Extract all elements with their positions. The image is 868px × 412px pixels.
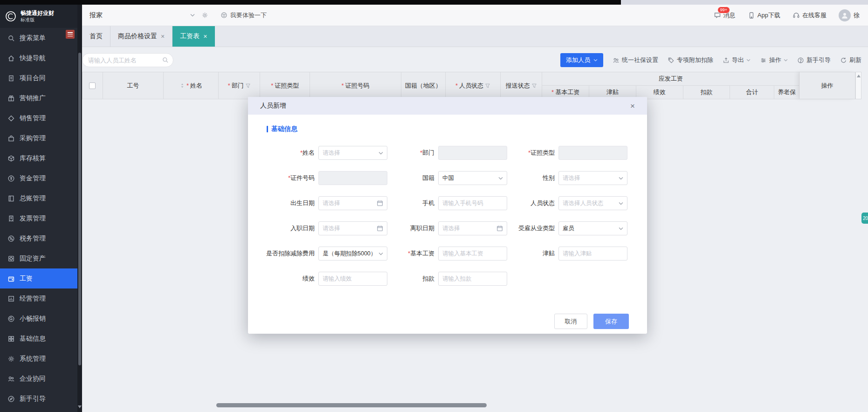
filter-icon[interactable] xyxy=(485,83,490,89)
sidebar-scrollbar[interactable] xyxy=(77,5,82,412)
select-all-cell xyxy=(83,72,103,99)
col-report-status[interactable]: 报送状态 xyxy=(501,72,542,99)
sidebar-item-general-ledger[interactable]: 总账管理 xyxy=(0,188,77,208)
close-icon[interactable]: × xyxy=(630,102,635,110)
experience-label: 我要体验一下 xyxy=(230,11,267,20)
leave-date-picker[interactable]: 请选择 xyxy=(438,221,507,235)
scroll-up-icon[interactable] xyxy=(857,75,861,77)
sidebar-item-fixed-assets[interactable]: 固定资产 xyxy=(0,248,77,268)
sidebar-item-label: 经营管理 xyxy=(20,295,46,303)
col-department[interactable]: * 部门 xyxy=(219,72,260,99)
mobile-field xyxy=(438,196,507,210)
performance-input[interactable] xyxy=(323,275,383,282)
tag-icon xyxy=(668,57,675,64)
table-vertical-scrollbar[interactable] xyxy=(855,72,861,99)
messages-button[interactable]: 消息 99+ xyxy=(714,11,736,20)
close-icon[interactable]: × xyxy=(161,33,165,40)
sidebar-item-basic-info[interactable]: 基础信息 xyxy=(0,329,77,349)
special-deduction-button[interactable]: 专项附加扣除 xyxy=(668,56,713,64)
export-button[interactable]: 导出 xyxy=(723,56,751,64)
select-all-checkbox[interactable] xyxy=(89,82,96,89)
sidebar-item-reimburse[interactable]: 小畅报销 xyxy=(0,309,77,329)
filter-icon[interactable] xyxy=(531,83,537,89)
sort-icon[interactable] xyxy=(179,82,185,89)
field-label: 出生日期 xyxy=(252,199,318,207)
employment-type-select[interactable]: 雇员 xyxy=(558,221,627,235)
edge-badge[interactable]: 20 xyxy=(861,213,868,224)
operations-button[interactable]: 操作 xyxy=(760,56,788,64)
sidebar-scrollbar-thumb[interactable] xyxy=(78,53,81,365)
account-settings-gear-icon[interactable] xyxy=(201,12,208,19)
sidebar-item-funds[interactable]: 资金管理 xyxy=(0,168,77,188)
sidebar-item-marketing[interactable]: 营销推广 xyxy=(0,88,77,108)
refresh-button[interactable]: 刷新 xyxy=(840,56,861,64)
online-service-button[interactable]: 在线客服 xyxy=(792,11,827,20)
guide-button[interactable]: 新手引导 xyxy=(797,56,831,64)
sidebar-item-project-contract[interactable]: 项目合同 xyxy=(0,68,77,88)
name-select[interactable]: 请选择 xyxy=(318,146,387,160)
person-status-select[interactable]: 请选择人员状态 xyxy=(558,196,627,210)
filter-icon[interactable] xyxy=(245,83,251,89)
sidebar-item-operation[interactable]: 经营管理 xyxy=(0,288,77,309)
cancel-button[interactable]: 取消 xyxy=(554,314,587,329)
g-circle-icon xyxy=(7,315,15,323)
sidebar-item-inventory[interactable]: 库存核算 xyxy=(0,148,77,168)
mobile-input[interactable] xyxy=(442,200,503,206)
sidebar-item-label: 快捷导航 xyxy=(20,54,46,62)
tab-home[interactable]: 首页 xyxy=(82,26,110,47)
close-icon[interactable]: × xyxy=(203,33,207,40)
col-deduction[interactable]: 扣款 xyxy=(683,86,730,99)
allowance-input[interactable] xyxy=(563,250,623,257)
base-salary-field xyxy=(438,247,507,261)
form-row: *证件号码 国籍 中国 性别 请选择 xyxy=(252,171,627,185)
social-security-settings-button[interactable]: 统一社保设置 xyxy=(613,56,658,64)
search-input[interactable] xyxy=(82,53,173,67)
sidebar-item-quick-nav[interactable]: 快捷导航 xyxy=(0,48,77,68)
performance-field xyxy=(318,272,387,286)
sidebar-item-purchase[interactable]: 采购管理 xyxy=(0,128,77,148)
sidebar-item-sales[interactable]: 销售管理 xyxy=(0,108,77,128)
sidebar-item-salary[interactable]: 工资 xyxy=(0,268,77,288)
app-logo: 畅捷通好业财 标准版 xyxy=(0,5,77,28)
tool-label: 统一社保设置 xyxy=(622,56,658,64)
col-name[interactable]: * 姓名 xyxy=(164,72,219,99)
nationality-select[interactable]: 中国 xyxy=(438,171,507,185)
add-person-button[interactable]: 添加人员 xyxy=(560,53,603,67)
field-label: 国籍 xyxy=(387,174,438,182)
sidebar-scroll-down-icon[interactable] xyxy=(78,405,82,408)
col-label: 基本工资 xyxy=(555,88,579,96)
col-certificate-number[interactable]: * 证照号码 xyxy=(310,72,401,99)
base-salary-input[interactable] xyxy=(442,250,503,257)
sidebar-item-guide[interactable]: 新手引导 xyxy=(0,389,77,409)
sidebar-item-system[interactable]: 系统管理 xyxy=(0,349,77,369)
app-download-button[interactable]: App下载 xyxy=(748,11,780,20)
birth-date-picker[interactable]: 请选择 xyxy=(318,196,387,210)
sidebar-item-invoice[interactable]: 发票管理 xyxy=(0,208,77,228)
deduction-amount-input[interactable] xyxy=(442,275,503,282)
tab-salary-sheet[interactable]: 工资表 × xyxy=(172,26,215,47)
date-placeholder: 请选择 xyxy=(323,199,340,207)
tab-product-price-settings[interactable]: 商品价格设置 × xyxy=(110,26,172,47)
col-pension[interactable]: 养老保 xyxy=(774,86,799,99)
horizontal-scrollbar-thumb[interactable] xyxy=(216,403,487,407)
save-button[interactable]: 保存 xyxy=(593,314,629,329)
hire-date-picker[interactable]: 请选择 xyxy=(318,221,387,235)
experience-link[interactable]: 我要体验一下 xyxy=(220,11,267,20)
col-certificate-type[interactable]: * 证照类型 xyxy=(260,72,310,99)
field-label: *部门 xyxy=(387,149,438,157)
deduction-exemption-select[interactable]: 是（每期扣除5000） xyxy=(318,247,387,261)
sidebar-collapse-button[interactable] xyxy=(66,30,75,39)
gender-select[interactable]: 请选择 xyxy=(558,171,627,185)
topbar: 报家 我要体验一下 消息 99+ App下载 在线客服 徐 xyxy=(82,5,868,26)
account-select[interactable]: 报家 xyxy=(90,11,195,20)
sidebar-item-enterprise-collab[interactable]: 企业协同 xyxy=(0,369,77,389)
field-label: *证件号码 xyxy=(252,174,318,182)
sidebar-item-tax[interactable]: 税务管理 xyxy=(0,228,77,248)
user-menu[interactable]: 徐 xyxy=(839,9,860,21)
col-person-status[interactable]: * 人员状态 xyxy=(446,72,501,99)
search-icon[interactable] xyxy=(162,56,169,63)
col-total[interactable]: 合计 xyxy=(730,86,774,99)
grid-icon xyxy=(7,335,15,343)
col-nationality[interactable]: 国籍（地区） xyxy=(401,72,446,99)
col-employee-id[interactable]: 工号 xyxy=(103,72,164,99)
